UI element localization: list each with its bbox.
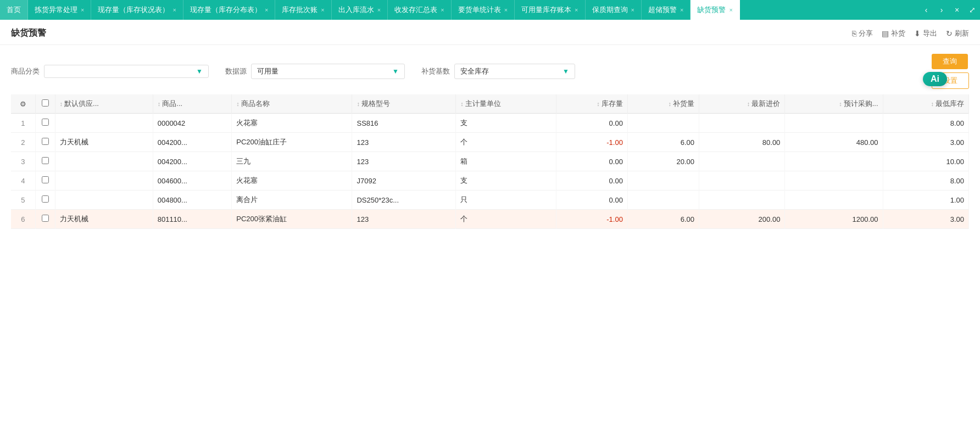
cell-code: 004200... — [153, 133, 232, 152]
tab-receive[interactable]: 收发存汇总表 × — [388, 0, 451, 20]
cell-unit: 箱 — [456, 152, 556, 171]
share-action[interactable]: ⎘ 分享 — [852, 29, 873, 38]
col-name[interactable]: 商品名称 — [232, 94, 352, 114]
header-actions: ⎘ 分享 ▤ 补货 ⬇ 导出 ↻ 刷新 — [852, 29, 969, 38]
cell-name: PC200张紧油缸 — [232, 210, 352, 229]
row-checkbox-cell[interactable] — [35, 210, 55, 229]
cell-spec: J7092 — [352, 171, 456, 191]
gear-header[interactable]: ⚙ — [11, 94, 35, 114]
row-checkbox[interactable] — [42, 157, 49, 164]
tab-close-button[interactable]: × — [949, 0, 965, 20]
col-unit[interactable]: 主计量单位 — [456, 94, 556, 114]
close-icon[interactable]: × — [441, 7, 444, 13]
ai-badge[interactable]: Ai — [923, 72, 947, 86]
row-checkbox-cell[interactable] — [35, 114, 55, 133]
col-estimated[interactable]: 预计采购... — [785, 94, 883, 114]
row-checkbox[interactable] — [42, 195, 49, 203]
cell-estimated — [785, 191, 883, 210]
close-icon[interactable]: × — [377, 7, 381, 13]
close-icon[interactable]: × — [575, 7, 578, 13]
cell-replenish: 6.00 — [627, 210, 699, 229]
cell-code: 801110... — [153, 210, 232, 229]
table-row: 5 004800... 离合片 DS250*23c... 只 0.00 1.00 — [11, 191, 969, 210]
cell-code: 004600... — [153, 171, 232, 191]
row-checkbox-cell[interactable] — [35, 191, 55, 210]
cell-latest-price: 80.00 — [699, 133, 785, 152]
page-header: 缺货预警 ⎘ 分享 ▤ 补货 ⬇ 导出 ↻ 刷新 — [0, 20, 980, 45]
close-icon[interactable]: × — [504, 7, 508, 13]
cell-code: 004200... — [153, 152, 232, 171]
main-content: 缺货预警 ⎘ 分享 ▤ 补货 ⬇ 导出 ↻ 刷新 商品分类 — [0, 20, 980, 437]
tab-next-button[interactable]: › — [934, 0, 949, 20]
cell-stock: -1.00 — [556, 133, 627, 152]
col-stock[interactable]: 库存量 — [556, 94, 627, 114]
row-checkbox-cell[interactable] — [35, 152, 55, 171]
tab-expiry[interactable]: 保质期查询 × — [586, 0, 642, 20]
tab-available[interactable]: 可用量库存账本 × — [515, 0, 585, 20]
cell-code: 0000042 — [153, 114, 232, 133]
tab-requisition[interactable]: 要货单统计表 × — [452, 0, 515, 20]
cell-estimated: 1200.00 — [785, 210, 883, 229]
refresh-action[interactable]: ↻ 刷新 — [946, 29, 969, 38]
replenish-action[interactable]: ▤ 补货 — [882, 29, 905, 38]
tab-inventory-dist[interactable]: 现存量（库存分布表） × — [183, 0, 275, 20]
cell-estimated: 480.00 — [785, 133, 883, 152]
export-action[interactable]: ⬇ 导出 — [914, 29, 937, 38]
table-row: 3 004200... 三九 123 箱 0.00 20.00 10.00 — [11, 152, 969, 171]
col-replenish[interactable]: 补货量 — [627, 94, 699, 114]
cell-stock: 0.00 — [556, 152, 627, 171]
cell-supplier — [55, 152, 153, 171]
tab-bar: 首页 拣货异常处理 × 现存量（库存状况表） × 现存量（库存分布表） × 库存… — [0, 0, 980, 20]
col-spec[interactable]: 规格型号 — [352, 94, 456, 114]
cell-name: 火花塞 — [232, 114, 352, 133]
cell-stock: 0.00 — [556, 191, 627, 210]
select-all-checkbox[interactable] — [42, 99, 49, 107]
cell-unit: 支 — [456, 114, 556, 133]
tab-home[interactable]: 首页 — [0, 0, 28, 20]
row-checkbox-cell[interactable] — [35, 133, 55, 152]
cell-replenish — [627, 171, 699, 191]
cell-spec: 123 — [352, 152, 456, 171]
cell-spec: 123 — [352, 133, 456, 152]
cell-min-stock: 1.00 — [883, 191, 968, 210]
tab-batch[interactable]: 库存批次账 × — [275, 0, 331, 20]
tab-abnormal[interactable]: 拣货异常处理 × — [28, 0, 91, 20]
row-checkbox[interactable] — [42, 215, 49, 222]
cell-name: 火花塞 — [232, 171, 352, 191]
cell-code: 004800... — [153, 191, 232, 210]
col-supplier[interactable]: 默认供应... — [55, 94, 153, 114]
cell-stock: 0.00 — [556, 114, 627, 133]
tab-prev-button[interactable]: ‹ — [918, 0, 934, 20]
table-row: 4 004600... 火花塞 J7092 支 0.00 8.00 — [11, 171, 969, 191]
datasource-filter-group: 数据源 可用量 ▼ — [225, 64, 405, 79]
close-icon[interactable]: × — [631, 7, 634, 13]
replenish-select[interactable]: 安全库存 ▼ — [454, 64, 575, 79]
close-icon[interactable]: × — [729, 7, 732, 13]
tab-maximize-button[interactable]: ⤢ — [965, 0, 980, 20]
row-checkbox-cell[interactable] — [35, 171, 55, 191]
close-icon[interactable]: × — [81, 7, 84, 13]
close-icon[interactable]: × — [321, 7, 324, 13]
query-button[interactable]: 查询 — [932, 54, 968, 69]
col-min-stock[interactable]: 最低库存 — [883, 94, 968, 114]
category-select[interactable]: ▼ — [44, 65, 209, 78]
chevron-down-icon: ▼ — [563, 68, 569, 75]
replenish-filter-group: 补货基数 安全库存 ▼ — [421, 64, 575, 79]
checkbox-header[interactable] — [35, 94, 55, 114]
cell-latest-price: 200.00 — [699, 210, 785, 229]
close-icon[interactable]: × — [680, 7, 683, 13]
col-code[interactable]: 商品... — [153, 94, 232, 114]
row-checkbox[interactable] — [42, 176, 49, 183]
tab-inout[interactable]: 出入库流水 × — [332, 0, 388, 20]
datasource-select[interactable]: 可用量 ▼ — [251, 64, 405, 79]
tab-shortage[interactable]: 缺货预警 × — [691, 0, 739, 20]
col-latest-price[interactable]: 最新进价 — [699, 94, 785, 114]
close-icon[interactable]: × — [265, 7, 268, 13]
row-checkbox[interactable] — [42, 138, 49, 145]
cell-min-stock: 10.00 — [883, 152, 968, 171]
cell-stock: -1.00 — [556, 210, 627, 229]
close-icon[interactable]: × — [172, 7, 176, 13]
tab-inventory-status[interactable]: 现存量（库存状况表） × — [91, 0, 183, 20]
tab-overstock[interactable]: 超储预警 × — [642, 0, 691, 20]
row-checkbox[interactable] — [42, 119, 49, 126]
